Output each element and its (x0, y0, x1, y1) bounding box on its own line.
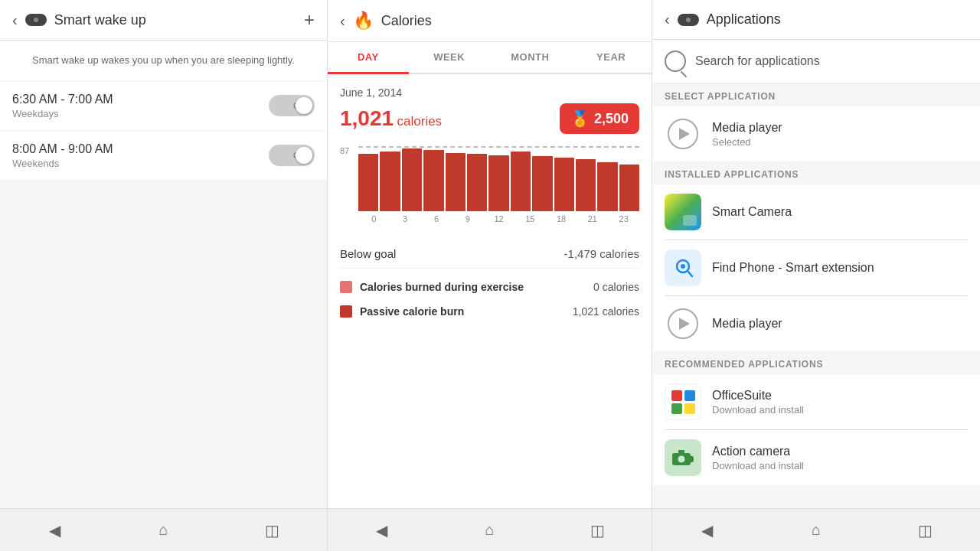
back-nav-icon[interactable]: ◀ (696, 520, 717, 541)
media-player-installed-item[interactable]: Media player (652, 296, 980, 351)
smart-wakeup-panel: ‹ Smart wake up + Smart wake up wakes yo… (0, 0, 328, 551)
alarm-toggle-1[interactable]: OFF (269, 95, 315, 116)
tab-bar: DAY WEEK MONTH YEAR (328, 42, 652, 74)
legend-item-passive: Passive calorie burn 1,021 calories (340, 299, 639, 324)
action-camera-icon (665, 439, 701, 476)
alarm-time-2: 8:00 AM - 9:00 AM (12, 142, 113, 156)
x-label: 3 (390, 214, 421, 223)
home-nav-icon[interactable]: ⌂ (805, 520, 827, 541)
alarm-toggle-2[interactable]: OFF (269, 145, 315, 166)
x-label: 15 (514, 214, 546, 223)
home-nav-icon[interactable]: ⌂ (152, 520, 174, 541)
chart-bar (597, 162, 617, 211)
recent-nav-icon[interactable]: ◫ (587, 520, 609, 541)
search-row[interactable]: Search for applications (652, 40, 980, 83)
panel1-back-button[interactable]: ‹ (12, 11, 18, 29)
tab-month[interactable]: MONTH (490, 42, 571, 73)
calories-date: June 1, 2014 (340, 86, 639, 99)
tab-day[interactable]: DAY (328, 42, 409, 74)
legend-value-exercise: 0 calories (593, 281, 639, 293)
tab-year[interactable]: YEAR (570, 42, 652, 73)
media-player-installed-name: Media player (712, 317, 968, 331)
media-player-installed-icon (665, 305, 701, 342)
legend-label-passive: Passive calorie burn (360, 305, 464, 318)
apps-scroll-area: Search for applications SELECT APPLICATI… (652, 40, 980, 508)
x-label: 9 (452, 214, 483, 223)
chart-dashed-line (358, 146, 639, 148)
add-alarm-button[interactable]: + (304, 11, 315, 29)
chart-bar (554, 158, 574, 211)
selected-app-status: Selected (712, 136, 968, 148)
apps-back-button[interactable]: ‹ (665, 11, 670, 28)
legend-value-passive: 1,021 calories (573, 305, 639, 318)
chart-bar (446, 153, 466, 212)
calories-number: 1,021 (340, 106, 394, 130)
action-camera-name: Action camera (712, 445, 968, 458)
calories-title: Calories (381, 13, 432, 29)
find-phone-item[interactable]: Find Phone - Smart extension (652, 240, 980, 295)
panel3-bottom-nav: ◀ ⌂ ◫ (652, 508, 980, 551)
svg-point-1 (681, 264, 685, 269)
svg-rect-6 (678, 450, 684, 454)
installed-apps-header: INSTALLED APPLICATIONS (652, 161, 980, 184)
legend-color-exercise (340, 281, 352, 293)
action-camera-item[interactable]: Action camera Download and install (652, 430, 980, 485)
chart-bar (488, 155, 508, 211)
selected-app-info: Media player Selected (712, 121, 968, 148)
toggle-knob-1 (296, 97, 312, 114)
smart-camera-item[interactable]: Smart Camera (652, 184, 980, 240)
wakeup-icon (25, 14, 47, 26)
x-label: 12 (483, 214, 514, 223)
wakeup-description: Smart wake up wakes you up when you are … (0, 41, 327, 80)
panel1-header: ‹ Smart wake up + (0, 0, 327, 41)
officesuite-status: Download and install (712, 404, 968, 416)
calories-content: June 1, 2014 1,021 calories 🏅 2,500 87 (328, 74, 652, 508)
chart-bar (532, 156, 552, 211)
alarm-days-1: Weekdays (12, 108, 113, 119)
back-nav-icon[interactable]: ◀ (371, 520, 393, 541)
calories-header: ‹ 🔥 Calories (328, 0, 652, 42)
recent-nav-icon[interactable]: ◫ (262, 520, 283, 541)
smart-camera-name: Smart Camera (712, 205, 968, 219)
alarm-days-2: Weekends (12, 158, 113, 169)
calories-panel: ‹ 🔥 Calories DAY WEEK MONTH YEAR June 1,… (328, 0, 652, 551)
officesuite-icon (665, 383, 701, 420)
calories-back-button[interactable]: ‹ (340, 12, 345, 30)
chart-x-labels: 0 3 6 9 12 15 18 21 23 (358, 211, 639, 223)
chart-bar (467, 154, 487, 211)
svg-rect-5 (688, 456, 694, 462)
apps-title: Applications (707, 11, 781, 28)
legend-color-passive (340, 305, 352, 318)
chart-y-label: 87 (340, 146, 349, 155)
alarm-time-1: 6:30 AM - 7:00 AM (12, 93, 113, 106)
alarm-item[interactable]: 6:30 AM - 7:00 AM Weekdays OFF (0, 82, 327, 130)
home-nav-icon[interactable]: ⌂ (479, 520, 501, 541)
svg-line-2 (688, 271, 692, 276)
select-application-header: SELECT APPLICATION (652, 83, 980, 106)
below-goal-label: Below goal (340, 247, 396, 260)
toggle-knob-2 (296, 147, 312, 164)
recent-nav-icon[interactable]: ◫ (915, 520, 936, 541)
panel1-title: Smart wake up (54, 12, 146, 28)
chart-bar (358, 154, 378, 211)
chart-area: 87 0 (340, 146, 639, 230)
alarm-item[interactable]: 8:00 AM - 9:00 AM Weekends OFF (0, 132, 327, 180)
svg-point-4 (678, 455, 685, 463)
tab-week[interactable]: WEEK (409, 42, 490, 73)
back-nav-icon[interactable]: ◀ (44, 520, 65, 541)
chart-bar (619, 165, 639, 211)
chart-bar (576, 159, 596, 211)
apps-header: ‹ Applications (652, 0, 980, 40)
x-label: 21 (577, 214, 608, 223)
applications-panel: ‹ Applications Search for applications S… (652, 0, 980, 551)
selected-app-item[interactable]: Media player Selected (652, 106, 980, 161)
goal-value: 2,500 (594, 111, 629, 127)
x-label: 6 (421, 214, 452, 223)
chart-bar (423, 150, 443, 211)
x-label: 0 (358, 214, 390, 223)
officesuite-item[interactable]: OfficeSuite Download and install (652, 374, 980, 429)
search-label: Search for applications (695, 54, 820, 68)
panel1-bottom-nav: ◀ ⌂ ◫ (0, 508, 327, 551)
smart-camera-icon (665, 194, 701, 230)
chart-bar (402, 148, 422, 211)
